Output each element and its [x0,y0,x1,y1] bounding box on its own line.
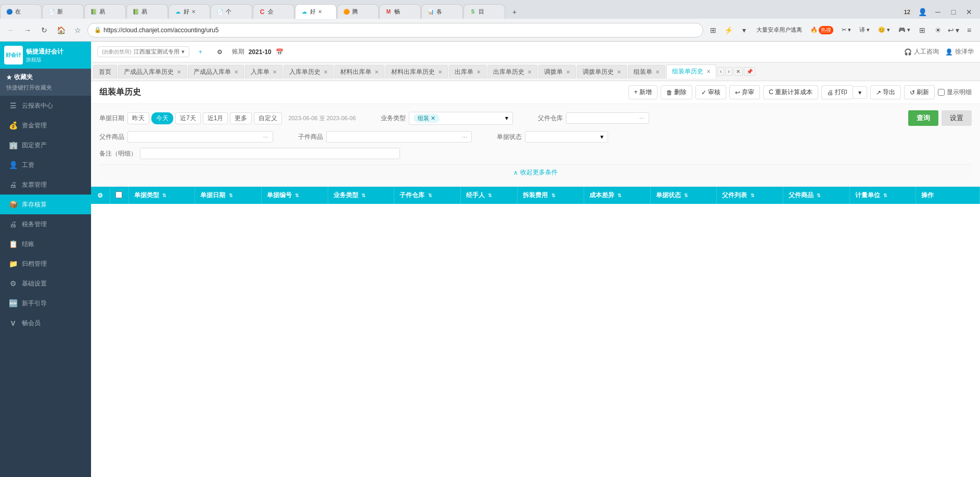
add-button[interactable]: + 新增 [628,85,657,99]
col-handler[interactable]: 经手人 ⇅ [460,187,517,204]
history-button[interactable]: ↩ ▾ [947,23,960,37]
search-label[interactable]: 大量安卓用户逃离 [753,25,805,35]
col-child-warehouse[interactable]: 子件仓库 ⇅ [394,187,461,204]
close-mat-out[interactable]: ✕ [375,69,379,75]
page-tab-out[interactable]: 出库单 ✕ [449,65,486,79]
sidebar-item-settle[interactable]: 📋 结账 [0,234,91,254]
audit-button[interactable]: ✓ 审核 [695,85,726,99]
col-gear[interactable]: ⚙ [91,187,110,204]
page-tab-mat-out[interactable]: 材料出库单 ✕ [334,65,384,79]
close-transfer-hist[interactable]: ✕ [617,69,621,75]
browser-tab-7[interactable]: C 企 [253,4,294,19]
close-assemble[interactable]: ✕ [655,69,660,75]
delete-button[interactable]: 🗑 删除 [661,85,692,99]
tab-right-arrow[interactable]: › [725,67,732,76]
date-btn-custom[interactable]: 自定义 [254,112,282,124]
profile-button[interactable]: 👤 [915,5,929,19]
print-button[interactable]: 🖨 打印 [821,85,853,99]
company-settings-button[interactable]: ⚙ [212,46,228,58]
sidebar-header[interactable]: 好会计 畅捷通好会计 旗舰版 [0,42,91,69]
close-in-hist[interactable]: ✕ [324,69,328,75]
sidebar-item-archive[interactable]: 📁 归档管理 [0,254,91,274]
col-unit[interactable]: 计量单位 ⇅ [849,187,916,204]
dropdown-button[interactable]: ▾ [738,23,751,37]
browser-tab-6[interactable]: 📄 个 [211,4,252,19]
sidebar-item-basic[interactable]: ⚙ 基础设置 [0,274,91,293]
close-in[interactable]: ✕ [273,69,277,75]
remark-input[interactable] [140,148,400,159]
date-btn-yesterday[interactable]: 昨天 [127,112,149,124]
page-tab-in[interactable]: 入库单 ✕ [245,65,282,79]
translate-button[interactable]: 译 ▾ [856,25,873,35]
page-tab-transfer-hist[interactable]: 调拨单历史 ✕ [577,65,627,79]
col-cost-diff[interactable]: 成本差异 ⇅ [584,187,650,204]
refresh-button[interactable]: ↺ 刷新 [904,85,935,99]
back-button[interactable]: ← [4,23,18,37]
browser-tab-1[interactable]: 🔵 在 [0,4,42,19]
tab-close-all[interactable]: ✕ [733,67,743,76]
date-btn-1month[interactable]: 近1月 [203,112,228,124]
grid-button[interactable]: ⊞ [706,23,720,37]
col-voucher-date[interactable]: 单据日期 ⇅ [195,187,262,204]
page-tab-assemble-hist[interactable]: 组装单历史 ✕ [666,65,716,79]
col-parent-list[interactable]: 父件列表 ⇅ [717,187,783,204]
col-checkbox[interactable] [110,187,128,204]
company-selector[interactable]: (勿删勿禁用) 江西服宝测试专用 ▾ [97,46,189,57]
sidebar-item-member[interactable]: V 畅会员 [0,313,91,333]
col-voucher-type[interactable]: 单据类型 ⇅ [128,187,195,204]
show-detail-checkbox[interactable] [938,89,945,96]
new-tab-button[interactable]: + [508,5,521,19]
sidebar-item-salary[interactable]: 👤 工资 [0,155,91,175]
emoji-button[interactable]: 😊 ▾ [875,25,893,34]
close-button[interactable]: ✕ [962,5,976,19]
close-mat-out-hist[interactable]: ✕ [438,69,442,75]
page-tab-in-hist[interactable]: 入库单历史 ✕ [283,65,333,79]
browser-tab-9[interactable]: 🟠 腾 [337,4,379,19]
browser-tab-10[interactable]: M 畅 [379,4,421,19]
sidebar-item-invoice[interactable]: 🖨 发票管理 [0,175,91,195]
browser-tab-4[interactable]: 📗 易 [126,4,168,19]
page-tab-prod-in-hist[interactable]: 产成品入库单历史 ✕ [118,65,187,79]
tab-close-8[interactable]: ✕ [318,9,322,15]
tab-close-5[interactable]: ✕ [191,9,196,15]
biz-type-tag-remove[interactable]: ✕ [431,115,435,122]
export-button[interactable]: ↗ 导出 [870,85,901,99]
abandon-button[interactable]: ↩ 弃审 [729,85,760,99]
address-bar[interactable]: 🔒 https://cloud.chanjet.com/accounting/u… [87,23,703,37]
tab-left-arrow[interactable]: ‹ [717,67,724,76]
reload-button[interactable]: ↻ [37,23,51,37]
calendar-icon[interactable]: 📅 [276,48,283,56]
collapse-btn[interactable]: ∧ 收起更多条件 [99,164,972,180]
browser-tab-11[interactable]: 📊 各 [421,4,463,19]
close-assemble-hist[interactable]: ✕ [706,69,711,74]
browser-tab-2[interactable]: 📄 新 [42,4,84,19]
favorites-shortcut[interactable]: 快捷键打开收藏夹 [6,84,85,92]
home-button[interactable]: 🏠 [54,23,68,37]
menu-button[interactable]: ≡ [962,23,976,37]
hot-button[interactable]: 🔥 热搜 [807,25,836,35]
print-dropdown[interactable]: ▾ [853,86,867,99]
col-voucher-status[interactable]: 单据状态 ⇅ [650,187,717,204]
close-out[interactable]: ✕ [476,69,481,75]
sidebar-item-fixed[interactable]: 🏢 固定资产 [0,135,91,155]
page-tab-assemble[interactable]: 组装单 ✕ [628,65,665,79]
date-btn-7days[interactable]: 近7天 [175,112,201,124]
sidebar-item-inventory[interactable]: 📦 库存核算 [0,195,91,214]
parent-goods-more-icon[interactable]: ··· [263,133,268,140]
split-button[interactable]: ⊞ [915,23,929,37]
col-parent-goods[interactable]: 父件商品 ⇅ [783,187,849,204]
page-tab-home[interactable]: 首页 [93,65,117,79]
page-tab-transfer[interactable]: 调拨单 ✕ [538,65,576,79]
browser-tab-3[interactable]: 📗 易 [84,4,126,19]
col-disassembly-fee[interactable]: 拆装费用 ⇅ [518,187,584,204]
parent-warehouse-more-icon[interactable]: ··· [639,114,644,122]
forward-button[interactable]: → [21,23,34,37]
close-transfer[interactable]: ✕ [566,69,570,75]
sidebar-item-capital[interactable]: 💰 资金管理 [0,115,91,135]
sidebar-item-report[interactable]: ☰ 云报表中心 [0,96,91,115]
col-biz-type[interactable]: 业务类型 ⇅ [328,187,394,204]
page-tab-prod-in[interactable]: 产成品入库单 ✕ [188,65,244,79]
lightning-button[interactable]: ⚡ [722,23,736,37]
col-voucher-no[interactable]: 单据编号 ⇅ [261,187,328,204]
customer-service-btn[interactable]: 🎧 人工咨询 [904,47,939,56]
